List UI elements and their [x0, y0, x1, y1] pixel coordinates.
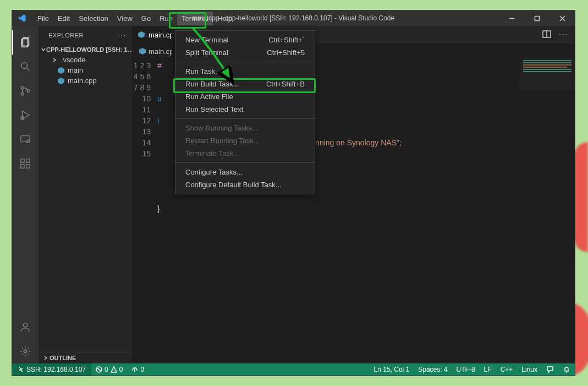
maximize-button[interactable]: [524, 10, 549, 26]
outline-section[interactable]: OUTLINE: [39, 352, 132, 363]
menu-item-restart-running-task: Restart Running Task...: [175, 134, 315, 147]
vscode-logo-icon: [18, 14, 26, 23]
status-cursor[interactable]: Ln 15, Col 1: [370, 363, 414, 376]
cpp-file-icon: [57, 77, 65, 85]
svg-rect-16: [26, 159, 30, 162]
svg-marker-21: [58, 67, 64, 74]
menu-go[interactable]: Go: [137, 12, 155, 25]
status-bell-icon[interactable]: [558, 363, 575, 376]
menu-item-run-task[interactable]: Run Task...: [175, 65, 315, 78]
split-editor-icon[interactable]: [542, 30, 551, 40]
cpp-file-icon: [57, 67, 65, 74]
menu-separator: [175, 118, 315, 119]
annotation-highlight-menu: [169, 12, 206, 29]
menu-separator: [175, 62, 315, 62]
explorer-header: EXPLORER ···: [39, 26, 132, 45]
file-main[interactable]: main: [39, 65, 132, 75]
status-eol[interactable]: LF: [480, 363, 496, 376]
status-feedback-icon[interactable]: [542, 363, 558, 376]
status-remote-label: SSH: 192.168.0.107: [26, 366, 86, 373]
chevron-right-icon: [51, 57, 58, 63]
status-language[interactable]: C++: [496, 363, 518, 376]
status-bar: SSH: 192.168.0.107 0 0 0 Ln 15, Col 1 Sp…: [12, 363, 575, 376]
activity-settings-icon[interactable]: [12, 339, 39, 363]
window-controls: [499, 10, 575, 26]
status-remote[interactable]: SSH: 192.168.0.107: [12, 363, 91, 376]
svg-marker-29: [111, 367, 117, 372]
svg-rect-1: [535, 16, 539, 20]
activity-run-icon[interactable]: [12, 103, 39, 127]
folder-label: .vscode: [61, 56, 86, 64]
svg-point-20: [24, 350, 27, 353]
svg-rect-18: [26, 165, 30, 168]
activity-scm-icon[interactable]: [12, 79, 39, 103]
close-button[interactable]: [549, 10, 575, 26]
svg-point-6: [21, 63, 28, 69]
svg-rect-17: [21, 165, 24, 168]
annotation-highlight-item: [173, 78, 316, 93]
menu-view[interactable]: View: [113, 12, 137, 25]
line-number-gutter: 1 2 3 4 5 6 7 8 9 10 11 12 13 14 15: [132, 59, 157, 363]
menu-item-configure-tasks[interactable]: Configure Tasks...: [175, 166, 315, 178]
svg-point-9: [21, 93, 24, 95]
menu-separator: [175, 162, 315, 163]
svg-rect-13: [21, 136, 30, 142]
menu-file[interactable]: File: [33, 12, 53, 25]
svg-point-8: [21, 86, 24, 89]
outline-label: OUTLINE: [50, 355, 76, 361]
svg-marker-11: [23, 111, 30, 119]
more-actions-icon[interactable]: ···: [559, 30, 568, 40]
svg-marker-23: [138, 31, 145, 38]
activity-bar: [12, 26, 39, 363]
window-title: main.cpp - cpp-helloworld [SSH: 192.168.…: [193, 14, 394, 22]
more-icon[interactable]: ···: [118, 32, 127, 39]
chevron-right-icon: [42, 355, 50, 361]
activity-remote-icon[interactable]: [12, 127, 39, 151]
svg-line-7: [27, 68, 30, 71]
explorer-title: EXPLORER: [48, 32, 84, 39]
folder-vscode[interactable]: .vscode: [39, 55, 132, 65]
tab-label: main.cpp: [149, 31, 172, 39]
folder-root[interactable]: CPP-HELLOWORLD [SSH: 1…: [39, 45, 132, 55]
file-main-cpp[interactable]: main.cpp: [39, 75, 132, 86]
svg-marker-26: [139, 48, 146, 55]
chevron-down-icon: [41, 47, 46, 52]
menu-item-configure-default-build-task[interactable]: Configure Default Build Task...: [175, 178, 315, 191]
file-label: main.cpp: [68, 77, 97, 85]
svg-point-14: [27, 140, 30, 143]
status-spaces[interactable]: Spaces: 4: [414, 363, 452, 376]
status-problems[interactable]: 0 0: [91, 363, 127, 376]
cpp-file-icon: [139, 47, 146, 55]
menu-item-split-terminal[interactable]: Split TerminalCtrl+Shift+5: [175, 46, 315, 59]
activity-search-icon[interactable]: [12, 55, 39, 79]
svg-rect-15: [21, 159, 24, 162]
status-ports[interactable]: 0: [127, 363, 149, 376]
file-label: main: [68, 66, 83, 74]
menu-edit[interactable]: Edit: [53, 12, 74, 25]
explorer-sidebar: EXPLORER ··· CPP-HELLOWORLD [SSH: 1… .vs…: [39, 26, 132, 363]
minimize-button[interactable]: [499, 10, 524, 26]
status-encoding[interactable]: UTF-8: [452, 363, 480, 376]
menu-selection[interactable]: Selection: [74, 12, 112, 25]
svg-line-28: [97, 368, 101, 371]
minimap[interactable]: [520, 59, 575, 91]
activity-extensions-icon[interactable]: [12, 151, 39, 176]
titlebar: FileEditSelectionViewGoRunTerminalHelp m…: [12, 10, 575, 26]
menu-item-run-selected-text[interactable]: Run Selected Text: [175, 103, 315, 116]
svg-point-19: [23, 323, 27, 327]
menu-item-terminate-task: Terminate Task...: [175, 147, 315, 160]
svg-marker-22: [58, 78, 64, 84]
menu-item-show-running-tasks: Show Running Tasks...: [175, 122, 315, 134]
menu-item-new-terminal[interactable]: New TerminalCtrl+Shift+`: [175, 34, 315, 46]
activity-account-icon[interactable]: [12, 315, 39, 339]
activity-explorer-icon[interactable]: [12, 30, 39, 55]
status-os[interactable]: Linux: [517, 363, 542, 376]
terminal-menu-dropdown: New TerminalCtrl+Shift+`Split TerminalCt…: [175, 30, 315, 194]
cpp-file-icon: [138, 31, 145, 39]
folder-root-label: CPP-HELLOWORLD [SSH: 1…: [46, 46, 132, 53]
breadcrumb-label: main.cpp: [149, 47, 172, 56]
